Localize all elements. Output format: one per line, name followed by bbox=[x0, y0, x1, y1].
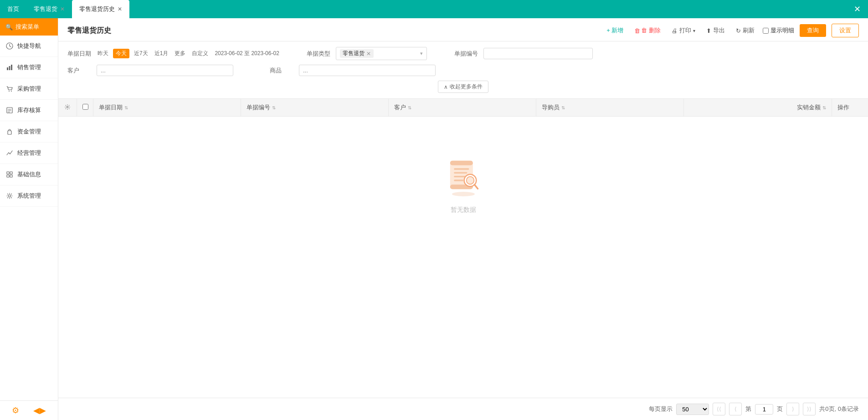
sort-amount-icon[interactable]: ⇅ bbox=[822, 105, 826, 110]
svg-point-23 bbox=[466, 177, 474, 184]
query-button[interactable]: 查询 bbox=[800, 24, 826, 37]
volume-icon[interactable]: ◀▶ bbox=[33, 405, 46, 415]
refresh-button[interactable]: ↻ 刷新 bbox=[733, 25, 757, 36]
doc-type-tag-close[interactable]: ✕ bbox=[366, 51, 371, 57]
page-title: 零售退货历史 bbox=[67, 26, 111, 36]
show-detail-checkbox[interactable] bbox=[763, 28, 769, 34]
sort-number-icon[interactable]: ⇅ bbox=[272, 105, 276, 110]
svg-rect-10 bbox=[7, 175, 9, 177]
quick-nav-icon bbox=[5, 42, 14, 50]
th-customer: 客户⇅ bbox=[388, 99, 536, 117]
new-button[interactable]: + 新增 bbox=[604, 25, 626, 36]
sidebar-item-system[interactable]: 系统管理 bbox=[0, 185, 58, 207]
date-option-today[interactable]: 今天 bbox=[113, 49, 129, 58]
tab-retail-return-history[interactable]: 零售退货历史 ✕ bbox=[72, 0, 129, 18]
tab-retail-return-close[interactable]: ✕ bbox=[60, 6, 65, 12]
sidebar-search[interactable]: 🔍 搜索菜单 bbox=[0, 18, 58, 36]
svg-rect-2 bbox=[9, 66, 10, 70]
tab-retail-return[interactable]: 零售退货 ✕ bbox=[26, 0, 72, 18]
date-option-yesterday[interactable]: 昨天 bbox=[96, 49, 110, 58]
goods-filter-item: 商品 bbox=[270, 65, 436, 76]
svg-rect-20 bbox=[454, 176, 465, 177]
print-button[interactable]: 🖨 打印 ▾ bbox=[669, 25, 698, 36]
sidebar-item-finance[interactable]: 资金管理 bbox=[0, 121, 58, 143]
svg-point-12 bbox=[9, 195, 11, 197]
th-actions: 操作 bbox=[832, 99, 868, 117]
sort-customer-icon[interactable]: ⇅ bbox=[408, 105, 411, 110]
sidebar-bottom: ⚙ ◀▶ bbox=[0, 400, 58, 420]
close-all-tabs[interactable]: ✕ bbox=[854, 4, 861, 14]
prev-page-btn[interactable]: ⟨ bbox=[729, 403, 742, 415]
sort-guide-icon[interactable]: ⇅ bbox=[561, 105, 565, 110]
sort-date-icon[interactable]: ⇅ bbox=[124, 105, 128, 110]
print-icon: 🖨 bbox=[672, 27, 678, 34]
th-gear[interactable] bbox=[58, 99, 77, 117]
doc-number-input[interactable] bbox=[483, 48, 593, 59]
table-area: 单据日期⇅ 单据编号⇅ 客户⇅ 导购员⇅ 实销金额⇅ bbox=[58, 99, 868, 398]
sidebar-item-base-info[interactable]: 基础信息 bbox=[0, 164, 58, 185]
print-dropdown-icon: ▾ bbox=[693, 28, 695, 33]
th-number: 单据编号⇅ bbox=[241, 99, 388, 117]
svg-point-13 bbox=[67, 106, 68, 108]
svg-rect-8 bbox=[7, 172, 9, 174]
doc-type-dropdown-icon: ▾ bbox=[420, 51, 423, 56]
sidebar-item-inventory[interactable]: 库存核算 bbox=[0, 100, 58, 121]
doc-number-label: 单据编号 bbox=[454, 50, 480, 58]
filter-row-1: 单据日期 昨天 今天 近7天 近1月 更多 自定义 2023-06-02 至 2… bbox=[67, 47, 859, 60]
content-area: 零售退货历史 + 新增 🗑 🗑 删除 🖨 打印 ▾ ⬆ 导出 ↻ bbox=[58, 18, 868, 420]
customer-input[interactable] bbox=[97, 65, 233, 76]
svg-rect-7 bbox=[8, 131, 11, 134]
setting-button[interactable]: 设置 bbox=[832, 24, 859, 37]
svg-rect-18 bbox=[454, 168, 469, 169]
page-input[interactable] bbox=[755, 404, 773, 415]
tab-home[interactable]: 首页 bbox=[0, 0, 26, 18]
collapse-button[interactable]: ∧ 收起更多条件 bbox=[438, 81, 488, 93]
doc-type-tag: 零售退货 ✕ bbox=[340, 49, 374, 58]
settings-bottom-icon[interactable]: ⚙ bbox=[12, 405, 19, 415]
per-page-select[interactable]: 10 20 50 100 bbox=[676, 404, 709, 415]
date-filter-item: 单据日期 昨天 今天 近7天 近1月 更多 自定义 2023-06-02 至 2… bbox=[67, 49, 279, 58]
date-option-1month[interactable]: 近1月 bbox=[153, 49, 170, 58]
svg-rect-3 bbox=[11, 65, 12, 70]
pagination-summary: 共0页, 0条记录 bbox=[819, 405, 859, 413]
svg-rect-11 bbox=[10, 175, 12, 177]
doc-number-filter-item: 单据编号 bbox=[454, 48, 593, 59]
sidebar-item-operations[interactable]: 经营管理 bbox=[0, 143, 58, 164]
show-detail-label[interactable]: 显示明细 bbox=[763, 26, 794, 35]
svg-rect-16 bbox=[450, 161, 473, 165]
page-label: 第 bbox=[745, 405, 751, 413]
date-options: 昨天 今天 近7天 近1月 更多 自定义 bbox=[96, 49, 210, 58]
select-all-checkbox[interactable] bbox=[82, 104, 88, 110]
date-option-more[interactable]: 更多 bbox=[173, 49, 187, 58]
last-page-btn[interactable]: ⟩⟩ bbox=[803, 403, 816, 415]
inventory-icon bbox=[5, 106, 14, 114]
tab-retail-return-history-close[interactable]: ✕ bbox=[118, 6, 122, 12]
table-header-row: 单据日期⇅ 单据编号⇅ 客户⇅ 导购员⇅ 实销金额⇅ bbox=[58, 99, 868, 117]
svg-rect-9 bbox=[10, 172, 12, 174]
filter-bar: 单据日期 昨天 今天 近7天 近1月 更多 自定义 2023-06-02 至 2… bbox=[58, 41, 868, 99]
svg-point-4 bbox=[9, 91, 10, 92]
sidebar-item-sales[interactable]: 销售管理 bbox=[0, 57, 58, 78]
svg-point-14 bbox=[452, 192, 475, 196]
search-icon: 🔍 bbox=[5, 24, 13, 31]
th-guide: 导购员⇅ bbox=[536, 99, 684, 117]
next-page-btn[interactable]: ⟩ bbox=[786, 403, 799, 415]
sidebar-item-quick-nav[interactable]: 快捷导航 bbox=[0, 36, 58, 57]
sidebar-item-purchase[interactable]: 采购管理 bbox=[0, 78, 58, 100]
purchase-icon bbox=[5, 85, 14, 93]
first-page-btn[interactable]: ⟨⟨ bbox=[713, 403, 725, 415]
filter-row-2: 客户 商品 bbox=[67, 65, 859, 76]
date-option-7days[interactable]: 近7天 bbox=[132, 49, 150, 58]
doc-type-select[interactable]: 零售退货 ✕ ▾ bbox=[336, 47, 427, 60]
top-tab-bar: 首页 零售退货 ✕ 零售退货历史 ✕ ✕ bbox=[0, 0, 868, 18]
date-option-custom[interactable]: 自定义 bbox=[190, 49, 210, 58]
empty-text: 暂无数据 bbox=[451, 206, 476, 214]
collapse-icon: ∧ bbox=[444, 84, 448, 90]
svg-rect-19 bbox=[454, 172, 467, 174]
delete-button[interactable]: 🗑 🗑 删除 bbox=[632, 25, 663, 36]
customer-filter-item: 客户 bbox=[67, 65, 233, 76]
export-button[interactable]: ⬆ 导出 bbox=[704, 25, 728, 36]
th-check[interactable] bbox=[77, 99, 93, 117]
customer-label: 客户 bbox=[67, 67, 93, 75]
goods-input[interactable] bbox=[299, 65, 436, 76]
